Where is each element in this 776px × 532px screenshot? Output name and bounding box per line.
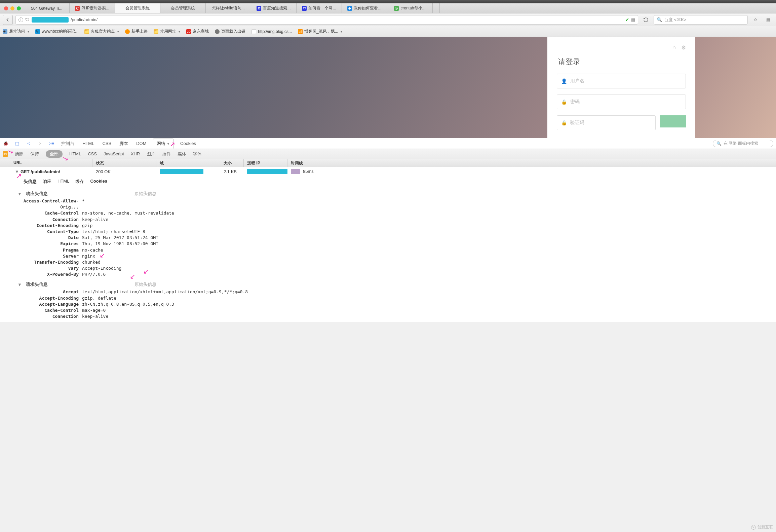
response-headers: ▼响应头信息原始头信息 Access-Control-Allow-Orig...… bbox=[0, 187, 776, 322]
tab-response[interactable]: 响应 bbox=[43, 179, 51, 185]
redacted-host bbox=[32, 17, 69, 23]
tab-while[interactable]: 怎样让while语句... bbox=[206, 3, 251, 13]
header-row: Transfer-Encodingchunked bbox=[17, 259, 759, 265]
reload-button[interactable] bbox=[641, 15, 651, 25]
tab-overflow[interactable] bbox=[433, 3, 440, 13]
filter-media[interactable]: 媒体 bbox=[178, 151, 186, 157]
captcha-field[interactable]: 🔒验证码 bbox=[557, 115, 656, 130]
filter-css[interactable]: CSS bbox=[88, 151, 97, 156]
panel-script[interactable]: 脚本 bbox=[118, 139, 129, 149]
col-host[interactable]: 域 bbox=[156, 159, 220, 167]
header-row: Accepttext/html,application/xhtml+xml,ap… bbox=[17, 289, 759, 295]
col-size[interactable]: 大小 bbox=[220, 159, 244, 167]
tab-member-1[interactable]: 会员管理系统 bbox=[115, 3, 160, 13]
permissions-icon[interactable]: 🛡 bbox=[25, 17, 30, 22]
devtools-search[interactable]: 🔍在 网络 面板内搜索 bbox=[713, 140, 773, 147]
filter-font[interactable]: 字体 bbox=[193, 151, 202, 157]
close-icon[interactable] bbox=[4, 6, 8, 10]
filter-all[interactable]: 全部 bbox=[46, 150, 63, 158]
header-row: X-Powered-ByPHP/7.0.6 bbox=[17, 271, 759, 277]
bm-img-blog[interactable]: http://img.blog.cs... bbox=[251, 29, 292, 34]
qr-icon[interactable]: ▦ bbox=[631, 17, 635, 22]
back-button[interactable] bbox=[3, 15, 13, 25]
collapse-icon[interactable]: ▼ bbox=[17, 282, 22, 287]
filter-img[interactable]: 图片 bbox=[147, 151, 155, 157]
col-status[interactable]: 状态 bbox=[92, 159, 156, 167]
star-button[interactable]: ☆ bbox=[750, 15, 761, 25]
bm-most-visited[interactable]: ✦最常访问▾ bbox=[3, 29, 29, 34]
tab-html[interactable]: HTML bbox=[57, 179, 69, 185]
header-row: VaryAccept-Encoding bbox=[17, 265, 759, 271]
prev-icon[interactable]: < bbox=[26, 141, 32, 146]
url-bar[interactable]: i 🛡 /public/admin/ ✔ ▦ bbox=[15, 15, 638, 25]
header-row: Pragmano-cache bbox=[17, 247, 759, 253]
maximize-icon[interactable] bbox=[17, 6, 21, 10]
bm-common[interactable]: 📁常用网址▾ bbox=[154, 29, 180, 34]
next-icon[interactable]: > bbox=[37, 141, 43, 146]
expand-icon[interactable]: ▼ bbox=[15, 169, 19, 174]
col-time[interactable]: 时间线 bbox=[287, 159, 776, 167]
panel-cookies[interactable]: Cookies bbox=[179, 139, 197, 148]
tab-crontab[interactable]: ⏲crontab每小... bbox=[387, 3, 433, 13]
firebug-icon[interactable]: 🐞 bbox=[3, 141, 9, 146]
filter-plugin[interactable]: 插件 bbox=[162, 151, 171, 157]
col-ip[interactable]: 远程 IP bbox=[244, 159, 287, 167]
console-toggle-icon[interactable]: >≡ bbox=[48, 141, 54, 146]
sidebar-button[interactable]: ▤ bbox=[763, 15, 773, 25]
filter-keep[interactable]: 保持 bbox=[30, 151, 39, 157]
bm-cnblogs[interactable]: 📶博客园_流风，飘...▾ bbox=[298, 29, 342, 34]
user-icon: 👤 bbox=[561, 78, 567, 84]
panel-console[interactable]: 控制台 bbox=[60, 139, 76, 149]
tab-member-2[interactable]: 会员管理系统 bbox=[160, 3, 206, 13]
tab-headers[interactable]: 头信息 bbox=[24, 179, 37, 185]
panel-dom[interactable]: DOM bbox=[135, 139, 148, 148]
inspect-icon[interactable]: ⬚ bbox=[14, 141, 20, 146]
tab-cache[interactable]: 缓存 bbox=[75, 179, 84, 185]
bm-newbie[interactable]: 新手上路 bbox=[125, 29, 148, 34]
panel-html[interactable]: HTML bbox=[81, 139, 95, 148]
bm-nbcc[interactable]: ✎wwwnbcc的购买记... bbox=[35, 29, 78, 34]
search-box[interactable]: 🔍 百度 <⌘K> bbox=[654, 15, 748, 25]
home-icon[interactable]: ⌂ bbox=[672, 44, 676, 51]
tab-php[interactable]: CPHP定时器实... bbox=[70, 3, 115, 13]
tab-network[interactable]: ✿如何看一个网... bbox=[297, 3, 342, 13]
header-row: Accept-Encodinggzip, deflate bbox=[17, 295, 759, 301]
filter-html[interactable]: HTML bbox=[69, 151, 81, 156]
panel-network[interactable]: 网络 ▼ bbox=[153, 139, 173, 149]
header-row: Content-Typetext/html; charset=UTF-8 bbox=[17, 229, 759, 235]
collapse-icon[interactable]: ▼ bbox=[17, 191, 22, 196]
login-panel: ⌂ ⚙ 请登录 👤用户名 🔒密码 🔒验证码 bbox=[547, 37, 695, 138]
shield-icon[interactable]: ✔ bbox=[625, 17, 629, 22]
req-size: 2.1 KB bbox=[220, 168, 244, 175]
page-content: ⌂ ⚙ 请登录 👤用户名 🔒密码 🔒验证码 bbox=[0, 37, 776, 138]
col-url[interactable]: URL bbox=[0, 159, 92, 167]
header-row: Content-Encodinggzip bbox=[17, 223, 759, 229]
bm-jd[interactable]: JD京东商城 bbox=[186, 29, 209, 34]
network-columns: URL 状态 域 大小 远程 IP 时间线 bbox=[0, 159, 776, 167]
navbar: i 🛡 /public/admin/ ✔ ▦ 🔍 百度 <⌘K> ☆ ▤ bbox=[0, 13, 776, 26]
bm-firefox-official[interactable]: 📁火狐官方站点▾ bbox=[84, 29, 119, 34]
filter-clear[interactable]: 清除 bbox=[15, 151, 24, 157]
minimize-icon[interactable] bbox=[10, 6, 14, 10]
tab-504[interactable]: 504 Gateway Ti... bbox=[24, 3, 70, 13]
filter-js[interactable]: JavaScript bbox=[104, 151, 124, 156]
request-row[interactable]: ▼GET /public/admin/ 200 OK 2.1 KB 85ms ↗ bbox=[0, 167, 776, 176]
bm-load-error[interactable]: 页面载入出错 bbox=[215, 29, 245, 34]
lock-icon: 🔒 bbox=[561, 99, 567, 105]
filter-xhr[interactable]: XHR bbox=[131, 151, 140, 156]
username-field[interactable]: 👤用户名 bbox=[557, 74, 686, 88]
tab-baidu-search[interactable]: ✿百度知道搜索... bbox=[251, 3, 297, 13]
header-row: ExpiresThu, 19 Nov 1981 08:52:00 GMT bbox=[17, 241, 759, 247]
gear-icon[interactable]: ⚙ bbox=[681, 44, 686, 51]
tab-cookies[interactable]: Cookies bbox=[90, 179, 107, 185]
tab-view[interactable]: ◆教你如何查看... bbox=[342, 3, 387, 13]
captcha-image[interactable] bbox=[660, 115, 686, 127]
search-icon: 🔍 bbox=[657, 17, 662, 22]
panel-css[interactable]: CSS bbox=[101, 139, 113, 148]
password-field[interactable]: 🔒密码 bbox=[557, 94, 686, 109]
xhr-icon[interactable]: xhr bbox=[3, 151, 8, 157]
browser-tabbar: 504 Gateway Ti... CPHP定时器实... 会员管理系统 会员管… bbox=[0, 3, 776, 13]
info-icon[interactable]: i bbox=[18, 17, 23, 22]
header-row: Cache-Controlmax-age=0 bbox=[17, 307, 759, 313]
url-path: /public/admin/ bbox=[71, 17, 98, 22]
